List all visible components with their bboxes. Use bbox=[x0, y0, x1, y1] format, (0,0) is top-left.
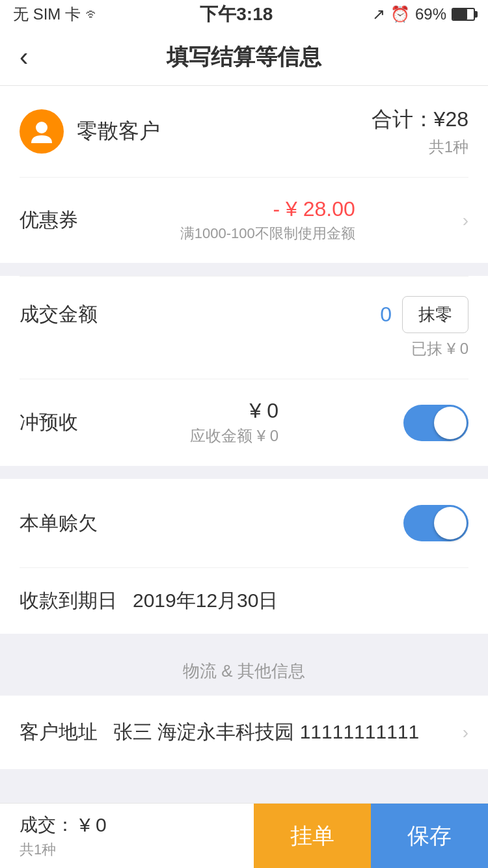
prepay-sub-amount: 应收金额 ¥ 0 bbox=[190, 426, 278, 446]
due-date-row[interactable]: 收款到期日 2019年12月30日 bbox=[20, 567, 468, 634]
address-content: 客户地址 张三 海淀永丰科技园 11111111111 bbox=[20, 719, 457, 746]
section-divider-2 bbox=[0, 466, 488, 479]
bottom-transaction-value: ¥ 0 bbox=[79, 814, 107, 836]
address-section: 客户地址 张三 海淀永丰科技园 11111111111 › bbox=[0, 696, 488, 769]
customer-row: 零散客户 合计：¥28 共1种 bbox=[20, 86, 468, 177]
address-chevron-right-icon: › bbox=[463, 722, 468, 743]
bottom-transaction: 成交： ¥ 0 bbox=[20, 813, 234, 837]
transaction-section: 成交金额 0 抹零 已抹 ¥ 0 冲预收 ¥ 0 应收金额 ¥ 0 bbox=[0, 276, 488, 466]
debt-row: 本单赊欠 bbox=[20, 479, 468, 567]
prepay-toggle[interactable] bbox=[403, 405, 468, 441]
address-row[interactable]: 客户地址 张三 海淀永丰科技园 11111111111 › bbox=[20, 696, 468, 769]
logistics-label: 物流 & 其他信息 bbox=[183, 661, 305, 681]
svg-point-0 bbox=[36, 122, 47, 133]
battery-icon bbox=[452, 8, 475, 21]
prepay-main-amount: ¥ 0 bbox=[190, 399, 278, 423]
nav-bar: ‹ 填写结算等信息 bbox=[0, 29, 488, 86]
coupon-row[interactable]: 优惠券 - ¥ 28.00 满1000-100不限制使用金额 › bbox=[20, 177, 468, 263]
user-icon bbox=[29, 118, 55, 144]
prepay-label: 冲预收 bbox=[20, 409, 78, 436]
logistics-section: 物流 & 其他信息 bbox=[0, 647, 488, 696]
section-divider-3 bbox=[0, 634, 488, 647]
transaction-row: 成交金额 0 抹零 已抹 ¥ 0 bbox=[20, 276, 468, 379]
address-value: 张三 海淀永丰科技园 11111111111 bbox=[113, 719, 419, 746]
customer-left: 零散客户 bbox=[20, 109, 160, 154]
pending-button[interactable]: 挂单 bbox=[254, 804, 371, 868]
avatar bbox=[20, 109, 64, 154]
due-date-label: 收款到期日 bbox=[20, 588, 117, 614]
debt-label: 本单赊欠 bbox=[20, 510, 98, 537]
customer-right: 合计：¥28 共1种 bbox=[372, 105, 468, 157]
coupon-right: - ¥ 28.00 满1000-100不限制使用金额 bbox=[180, 197, 355, 243]
bottom-count: 共1种 bbox=[20, 840, 234, 860]
no-sim-text: 无 SIM 卡 ᯤ bbox=[13, 4, 101, 25]
address-label: 客户地址 bbox=[20, 719, 98, 746]
transaction-sub: 已抹 ¥ 0 bbox=[20, 338, 468, 359]
customer-name: 零散客户 bbox=[77, 117, 160, 146]
battery-text: 69% bbox=[415, 5, 446, 23]
due-date-value: 2019年12月30日 bbox=[133, 588, 278, 614]
bottom-summary: 成交： ¥ 0 共1种 bbox=[0, 804, 254, 868]
coupon-amount: - ¥ 28.00 bbox=[180, 197, 355, 221]
alarm-icon: ⏰ bbox=[390, 5, 410, 23]
customer-section: 零散客户 合计：¥28 共1种 优惠券 - ¥ 28.00 满1000-100不… bbox=[0, 86, 488, 263]
pending-label: 挂单 bbox=[290, 821, 334, 851]
round-button[interactable]: 抹零 bbox=[402, 296, 468, 333]
transaction-right: 0 抹零 bbox=[380, 296, 468, 333]
coupon-desc: 满1000-100不限制使用金额 bbox=[180, 224, 355, 243]
prepay-amounts: ¥ 0 应收金额 ¥ 0 bbox=[190, 399, 278, 446]
transaction-top: 成交金额 0 抹零 bbox=[20, 296, 468, 333]
debt-toggle-knob bbox=[434, 507, 467, 539]
page-title: 填写结算等信息 bbox=[167, 42, 321, 72]
status-left: 无 SIM 卡 ᯤ bbox=[13, 4, 101, 25]
save-button[interactable]: 保存 bbox=[371, 804, 488, 868]
transaction-label: 成交金额 bbox=[20, 301, 98, 328]
total-count: 共1种 bbox=[372, 137, 468, 157]
chevron-right-icon: › bbox=[463, 210, 468, 231]
save-label: 保存 bbox=[407, 821, 452, 851]
bottom-bar: 成交： ¥ 0 共1种 挂单 保存 bbox=[0, 803, 488, 868]
section-divider-1 bbox=[0, 263, 488, 276]
debt-toggle[interactable] bbox=[403, 505, 468, 541]
status-bar: 无 SIM 卡 ᯤ 下午3:18 ↗ ⏰ 69% bbox=[0, 0, 488, 29]
status-right: ↗ ⏰ 69% bbox=[372, 5, 475, 23]
prepay-top: 冲预收 ¥ 0 应收金额 ¥ 0 bbox=[20, 399, 468, 446]
bottom-transaction-label: 成交： bbox=[20, 813, 74, 837]
toggle-knob bbox=[434, 407, 467, 439]
back-button[interactable]: ‹ bbox=[20, 42, 28, 72]
debt-section: 本单赊欠 收款到期日 2019年12月30日 bbox=[0, 479, 488, 634]
total-amount: 合计：¥28 bbox=[372, 105, 468, 134]
transaction-value[interactable]: 0 bbox=[380, 303, 392, 327]
location-icon: ↗ bbox=[372, 5, 385, 23]
prepay-row: 冲预收 ¥ 0 应收金额 ¥ 0 bbox=[20, 379, 468, 466]
coupon-label: 优惠券 bbox=[20, 207, 78, 234]
due-date-content: 收款到期日 2019年12月30日 bbox=[20, 588, 468, 614]
status-time: 下午3:18 bbox=[200, 2, 273, 27]
